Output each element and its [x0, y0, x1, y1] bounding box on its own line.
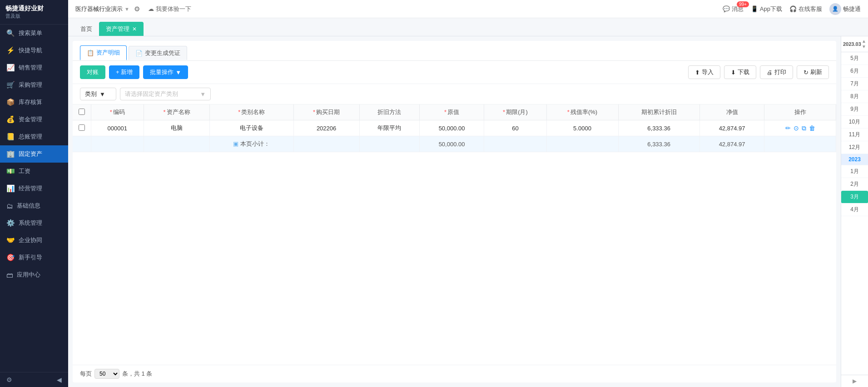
settings-icon[interactable]: ⚙	[6, 376, 12, 383]
app-logo-main: 畅捷通好业财	[5, 5, 44, 13]
import-button[interactable]: ⬆ 导入	[688, 65, 720, 79]
calendar-month[interactable]: 10月	[841, 116, 868, 129]
category-input[interactable]: 请选择固定资产类别 ▼	[120, 88, 211, 100]
message-badge: 99+	[737, 1, 749, 7]
calendar-month[interactable]: 9月	[841, 103, 868, 116]
sidebar-item-apps[interactable]: 🗃应用中心	[0, 266, 68, 283]
calendar-months: 5月6月7月8月9月10月11月12月20231月2月3月4月	[841, 52, 868, 375]
th-code: *编码	[91, 104, 144, 120]
subtabs: 📋 资产明细 📄 变更生成凭证	[73, 41, 836, 61]
calendar-month[interactable]: 11月	[841, 129, 868, 141]
edit-icon[interactable]: ✏	[785, 124, 791, 132]
calendar-month[interactable]: 3月	[841, 191, 868, 203]
refresh-button[interactable]: ↻ 刷新	[797, 65, 829, 79]
sidebar-item-ledger[interactable]: 📒总账管理	[0, 128, 68, 145]
collab-icon: 🤝	[6, 236, 15, 244]
new-button[interactable]: + 新增	[109, 65, 139, 79]
sidebar-item-base[interactable]: 🗂基础信息	[0, 197, 68, 214]
cloud-icon: ☁	[148, 5, 154, 12]
sidebar-label-collab: 企业协同	[19, 236, 42, 244]
pagination: 每页 50 100 200 条，共 1 条	[73, 365, 836, 382]
tab-asset-label: 资产管理	[106, 25, 129, 33]
service-icon: 🎧	[789, 5, 797, 12]
print-button[interactable]: 🖨 打印	[760, 65, 793, 79]
sidebar-nav: 🔍搜索菜单⚡快捷导航📈销售管理🛒采购管理📦库存核算💰资金管理📒总账管理🏢固定资产…	[0, 25, 68, 372]
reconcile-button[interactable]: 对账	[80, 65, 105, 79]
message-btn[interactable]: 💬 消息 99+	[723, 5, 744, 13]
th-name: *资产名称	[144, 104, 210, 120]
category-placeholder: 请选择固定资产类别	[125, 90, 178, 98]
calendar-month[interactable]: 12月	[841, 141, 868, 154]
tab-close-icon[interactable]: ✕	[132, 26, 137, 32]
cell-init-dep: 6,333.36	[618, 120, 699, 136]
sidebar-item-inventory[interactable]: 📦库存核算	[0, 94, 68, 111]
category-arrow-icon: ▼	[99, 91, 105, 98]
download-button[interactable]: ⬇ 下载	[724, 65, 756, 79]
company-selector[interactable]: 医疗器械行业演示 ▼	[75, 5, 129, 13]
toolbar-right: ⬆ 导入 ⬇ 下载 🖨 打印 ↻ 刷新	[688, 65, 829, 79]
delete-icon[interactable]: 🗑	[809, 124, 815, 132]
th-depreciation-method: 折旧方法	[359, 104, 419, 120]
import-label: 导入	[702, 68, 714, 76]
user-menu-btn[interactable]: 👤 畅捷通	[829, 3, 861, 15]
calendar-month[interactable]: 2月	[841, 178, 868, 191]
refresh-label: 刷新	[810, 68, 822, 76]
experience-btn[interactable]: ☁ 我要体验一下	[148, 5, 191, 13]
sidebar-item-quicknav[interactable]: ⚡快捷导航	[0, 42, 68, 59]
sidebar-item-guide[interactable]: 🎯新手引导	[0, 249, 68, 266]
sidebar-item-ops[interactable]: 📊经营管理	[0, 180, 68, 197]
th-ops: 操作	[764, 104, 836, 120]
fixed_assets-icon: 🏢	[6, 150, 15, 158]
sidebar-item-system[interactable]: ⚙️系统管理	[0, 214, 68, 232]
batch-ops-label: 批量操作	[150, 68, 174, 76]
online-service-btn[interactable]: 🎧 在线客服	[789, 5, 822, 13]
select-all-checkbox[interactable]	[79, 109, 85, 115]
th-checkbox	[73, 104, 91, 120]
calendar-month[interactable]: 6月	[841, 65, 868, 78]
copy-icon[interactable]: ⧉	[802, 124, 806, 132]
content-area: 📋 资产明细 📄 变更生成凭证 对账 + 新增 批量操作 ▼ ⬆	[68, 36, 868, 387]
view-icon[interactable]: ⊙	[794, 124, 799, 132]
calendar-panel: 2023.03 ▲ ▼ 5月6月7月8月9月10月11月12月20231月2月3…	[841, 36, 868, 387]
sidebar-label-funds: 资金管理	[19, 115, 42, 124]
calendar-month[interactable]: 7月	[841, 78, 868, 90]
inventory-icon: 📦	[6, 98, 15, 106]
sidebar-label-purchase: 采购管理	[19, 81, 42, 89]
sidebar-label-ops: 经营管理	[19, 184, 42, 193]
asset-table: *编码 *资产名称 *类别名称 *购买日期 折旧方法 *原值 *期限(月) *残…	[73, 104, 836, 152]
cell-name: 电脑	[144, 120, 210, 136]
calendar-collapse-icon[interactable]: ▶	[853, 378, 857, 384]
batch-ops-button[interactable]: 批量操作 ▼	[143, 65, 188, 79]
calendar-down-arrow[interactable]: ▼	[862, 45, 866, 49]
row-checkbox[interactable]	[79, 124, 85, 131]
sidebar-item-payroll[interactable]: 💵工资	[0, 163, 68, 180]
calendar-year-label[interactable]: 2023	[841, 154, 868, 165]
tab-asset-mgmt[interactable]: 资产管理 ✕	[99, 22, 144, 36]
app-download-btn[interactable]: 📱 App下载	[751, 5, 782, 13]
toolbar: 对账 + 新增 批量操作 ▼ ⬆ 导入 ⬇ 下载 🖨	[73, 61, 836, 84]
topbar-gear-icon[interactable]: ⚙	[134, 5, 140, 13]
sidebar-bottom: ⚙ ◀	[0, 372, 68, 387]
sidebar-item-sales[interactable]: 📈销售管理	[0, 59, 68, 76]
print-label: 打印	[774, 68, 786, 76]
batch-ops-arrow-icon: ▼	[175, 69, 181, 76]
pagination-total: 条，共 1 条	[122, 370, 152, 378]
sidebar-item-collab[interactable]: 🤝企业协同	[0, 232, 68, 249]
page-size-select[interactable]: 50 100 200	[94, 369, 119, 379]
collapse-icon[interactable]: ◀	[57, 376, 62, 383]
sidebar-item-purchase[interactable]: 🛒采购管理	[0, 76, 68, 94]
calendar-up-arrow[interactable]: ▲	[862, 39, 866, 44]
category-filter[interactable]: 类别 ▼	[80, 88, 116, 100]
calendar-month[interactable]: 4月	[841, 203, 868, 216]
sidebar-item-funds[interactable]: 💰资金管理	[0, 111, 68, 128]
calendar-month[interactable]: 5月	[841, 52, 868, 65]
calendar-month[interactable]: 8月	[841, 90, 868, 103]
input-arrow-icon: ▼	[200, 91, 206, 98]
sidebar-item-fixed_assets[interactable]: 🏢固定资产	[0, 145, 68, 163]
subtab-voucher-gen[interactable]: 📄 变更生成凭证	[129, 46, 187, 60]
subtab-asset-detail-label: 资产明细	[96, 49, 120, 57]
calendar-month[interactable]: 1月	[841, 165, 868, 178]
tab-home[interactable]: 首页	[74, 22, 99, 36]
sidebar-item-search[interactable]: 🔍搜索菜单	[0, 25, 68, 42]
subtab-asset-detail[interactable]: 📋 资产明细	[80, 45, 127, 60]
